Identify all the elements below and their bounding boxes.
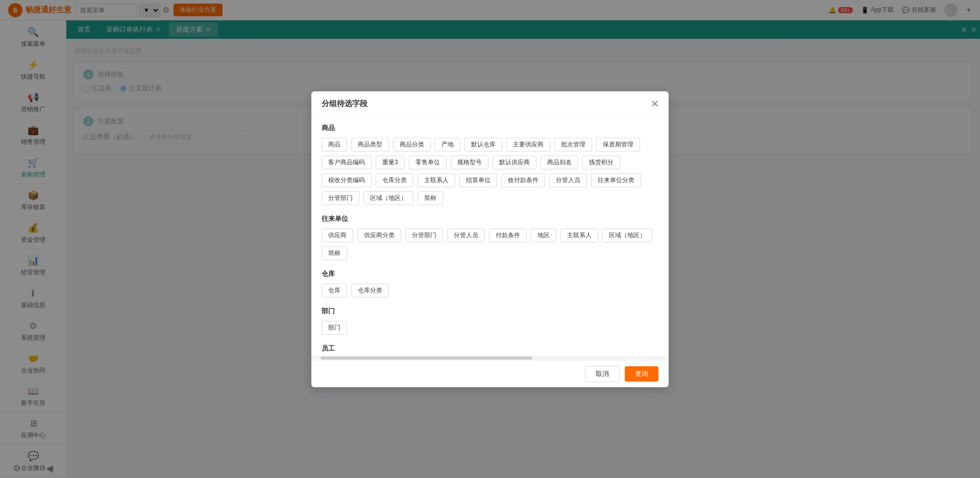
field-tag[interactable]: 区域（地区） (602, 229, 652, 242)
section-employee-title: 员工 (322, 344, 658, 353)
section-department-tags: 部门 (322, 321, 658, 335)
modal-overlay: 分组待选字段 ✕ 商品 商品 商品类型 商品分类 产地 默认仓库 主要供应商 批… (0, 0, 980, 478)
field-tag[interactable]: 简称 (322, 246, 347, 260)
field-tag[interactable]: 区域（地区） (363, 191, 413, 205)
field-tag[interactable]: 部门 (322, 321, 347, 335)
field-tag[interactable]: 结算单位 (459, 173, 497, 187)
modal-hscroll-thumb (321, 357, 532, 360)
field-tag[interactable]: 零售单位 (409, 156, 447, 169)
modal-close-btn[interactable]: ✕ (651, 98, 658, 110)
field-tag[interactable]: 供应商 (322, 229, 353, 242)
field-tag[interactable]: 商品类型 (351, 138, 389, 152)
section-goods-title: 商品 (322, 123, 658, 133)
field-tag[interactable]: 分管部门 (322, 191, 359, 205)
section-warehouse-title: 仓库 (322, 269, 658, 279)
modal-title: 分组待选字段 (322, 99, 368, 109)
field-tag[interactable]: 商品 (322, 138, 347, 152)
field-tag[interactable]: 税收分类编码 (322, 173, 372, 187)
field-tag[interactable]: 分管人员 (447, 229, 485, 242)
field-tag[interactable]: 主联系人 (418, 173, 455, 187)
field-tag[interactable]: 重量3 (376, 156, 405, 169)
section-partner: 往来单位 供应商 供应商分类 分管部门 分管人员 付款条件 地区 主联系人 区域… (322, 214, 658, 260)
field-tag[interactable]: 往来单位分类 (591, 173, 641, 187)
modal-body[interactable]: 商品 商品 商品类型 商品分类 产地 默认仓库 主要供应商 批次管理 保质期管理… (311, 115, 669, 357)
field-tag[interactable]: 仓库 (322, 284, 347, 297)
section-goods-tags: 商品 商品类型 商品分类 产地 默认仓库 主要供应商 批次管理 保质期管理 客户… (322, 138, 658, 205)
field-tag[interactable]: 仓库分类 (351, 284, 389, 297)
field-tag[interactable]: 拣货积分 (582, 156, 620, 169)
field-tag[interactable]: 默认仓库 (464, 138, 502, 152)
section-department-title: 部门 (322, 307, 658, 316)
field-tag[interactable]: 默认供应商 (493, 156, 536, 169)
section-employee: 员工 业务员 (322, 344, 658, 357)
section-partner-title: 往来单位 (322, 214, 658, 223)
field-tag[interactable]: 主要供应商 (506, 138, 550, 152)
modal-footer: 取消 查询 (311, 360, 669, 387)
field-tag[interactable]: 规格型号 (451, 156, 488, 169)
field-tag[interactable]: 仓库分类 (376, 173, 413, 187)
section-warehouse-tags: 仓库 仓库分类 (322, 284, 658, 297)
field-tag[interactable]: 保质期管理 (596, 138, 640, 152)
field-tag[interactable]: 批次管理 (554, 138, 592, 152)
field-tag[interactable]: 客户商品编码 (322, 156, 372, 169)
field-tag[interactable]: 商品别名 (541, 156, 578, 169)
field-tag[interactable]: 产地 (435, 138, 460, 152)
modal-confirm-btn[interactable]: 查询 (625, 366, 658, 382)
modal-cancel-btn[interactable]: 取消 (585, 366, 620, 382)
field-tag[interactable]: 地区 (531, 229, 556, 242)
field-select-modal: 分组待选字段 ✕ 商品 商品 商品类型 商品分类 产地 默认仓库 主要供应商 批… (311, 91, 669, 387)
field-tag[interactable]: 供应商分类 (357, 229, 401, 242)
field-tag[interactable]: 分管部门 (405, 229, 443, 242)
modal-hscrollbar[interactable] (311, 356, 669, 360)
field-tag[interactable]: 商品分类 (393, 138, 431, 152)
field-tag[interactable]: 收付款条件 (501, 173, 545, 187)
section-department: 部门 部门 (322, 307, 658, 335)
field-tag[interactable]: 付款条件 (489, 229, 527, 242)
section-goods: 商品 商品 商品类型 商品分类 产地 默认仓库 主要供应商 批次管理 保质期管理… (322, 123, 658, 205)
modal-header: 分组待选字段 ✕ (311, 91, 669, 115)
field-tag[interactable]: 分管人员 (549, 173, 587, 187)
field-tag[interactable]: 简称 (418, 191, 443, 205)
section-partner-tags: 供应商 供应商分类 分管部门 分管人员 付款条件 地区 主联系人 区域（地区） … (322, 229, 658, 260)
field-tag[interactable]: 主联系人 (560, 229, 598, 242)
section-warehouse: 仓库 仓库 仓库分类 (322, 269, 658, 297)
